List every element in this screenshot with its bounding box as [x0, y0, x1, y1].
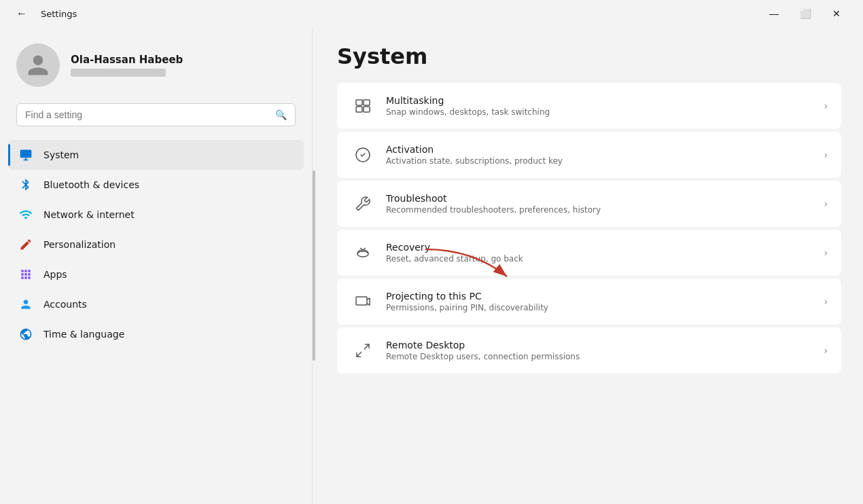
- sidebar-item-system-label: System: [43, 149, 79, 160]
- sidebar-item-system[interactable]: System: [8, 140, 304, 170]
- sidebar-item-accounts-label: Accounts: [43, 299, 87, 310]
- multitasking-desc: Snap windows, desktops, task switching: [386, 107, 818, 117]
- svg-rect-0: [20, 150, 32, 158]
- remote-desc: Remote Desktop users, connection permiss…: [386, 352, 818, 361]
- sidebar-item-time-label: Time & language: [43, 329, 124, 340]
- remote-arrow: ›: [824, 345, 828, 356]
- remote-text: Remote Desktop Remote Desktop users, con…: [386, 340, 818, 361]
- recovery-desc: Reset, advanced startup, go back: [386, 254, 818, 264]
- activation-icon: [351, 143, 375, 167]
- svg-line-11: [364, 344, 369, 349]
- sidebar-item-personalization-label: Personalization: [43, 239, 116, 250]
- troubleshoot-text: Troubleshoot Recommended troubleshooters…: [386, 193, 818, 215]
- settings-card-activation[interactable]: Activation Activation state, subscriptio…: [337, 132, 841, 178]
- apps-icon: [18, 266, 34, 283]
- svg-rect-5: [356, 107, 362, 112]
- user-icon: [26, 53, 50, 77]
- sidebar-item-accounts[interactable]: Accounts: [8, 289, 304, 319]
- close-button[interactable]: ✕: [821, 3, 852, 24]
- settings-list: Multitasking Snap windows, desktops, tas…: [337, 83, 841, 374]
- settings-card-multitasking[interactable]: Multitasking Snap windows, desktops, tas…: [337, 83, 841, 129]
- troubleshoot-arrow: ›: [824, 198, 828, 209]
- remote-title: Remote Desktop: [386, 340, 818, 350]
- projecting-icon: [351, 289, 375, 314]
- title-bar: ← Settings — ⬜ ✕: [0, 0, 863, 27]
- window-controls: — ⬜ ✕: [758, 3, 852, 24]
- svg-rect-10: [356, 297, 367, 305]
- sidebar-item-bluetooth-label: Bluetooth & devices: [43, 179, 139, 190]
- svg-rect-3: [356, 100, 362, 105]
- remote-icon: [351, 338, 375, 363]
- sidebar-item-network[interactable]: Network & internet: [8, 200, 304, 230]
- recovery-title: Recovery: [386, 242, 818, 253]
- projecting-title: Projecting to this PC: [386, 291, 818, 302]
- personalization-icon: [18, 236, 34, 253]
- sidebar-item-apps[interactable]: Apps: [8, 259, 304, 289]
- user-info: Ola-Hassan Habeeb: [71, 54, 183, 77]
- avatar: [16, 43, 60, 87]
- back-button[interactable]: ←: [11, 3, 33, 24]
- sidebar-item-time[interactable]: Time & language: [8, 319, 304, 349]
- svg-line-12: [357, 352, 362, 357]
- activation-text: Activation Activation state, subscriptio…: [386, 144, 818, 166]
- sidebar-item-personalization[interactable]: Personalization: [8, 230, 304, 259]
- settings-card-remote[interactable]: Remote Desktop Remote Desktop users, con…: [337, 327, 841, 374]
- user-subtitle-bar: [71, 69, 166, 77]
- nav-list: System Bluetooth & devices Network & int…: [0, 137, 312, 352]
- settings-card-troubleshoot[interactable]: Troubleshoot Recommended troubleshooters…: [337, 181, 841, 227]
- network-icon: [18, 206, 34, 223]
- troubleshoot-title: Troubleshoot: [386, 193, 818, 204]
- recovery-text: Recovery Reset, advanced startup, go bac…: [386, 242, 818, 264]
- settings-card-projecting[interactable]: Projecting to this PC Permissions, pairi…: [337, 278, 841, 325]
- multitasking-text: Multitasking Snap windows, desktops, tas…: [386, 95, 818, 117]
- multitasking-title: Multitasking: [386, 95, 818, 106]
- activation-arrow: ›: [824, 149, 828, 160]
- projecting-text: Projecting to this PC Permissions, pairi…: [386, 291, 818, 312]
- troubleshoot-desc: Recommended troubleshooters, preferences…: [386, 205, 818, 215]
- maximize-button[interactable]: ⬜: [790, 3, 821, 24]
- app-title: Settings: [41, 9, 77, 19]
- sidebar-item-apps-label: Apps: [43, 269, 67, 280]
- app-container: Ola-Hassan Habeeb 🔍 System: [0, 27, 863, 504]
- minimize-button[interactable]: —: [758, 3, 790, 24]
- activation-title: Activation: [386, 144, 818, 155]
- page-title: System: [337, 43, 841, 69]
- svg-rect-6: [364, 107, 370, 112]
- search-input[interactable]: [25, 109, 270, 120]
- recovery-arrow: ›: [824, 247, 828, 258]
- user-profile[interactable]: Ola-Hassan Habeeb: [0, 27, 312, 101]
- search-container: 🔍: [0, 101, 312, 137]
- main-content: System Multitasking Snap windows, deskto…: [315, 27, 863, 504]
- sidebar: Ola-Hassan Habeeb 🔍 System: [0, 27, 313, 504]
- activation-desc: Activation state, subscriptions, product…: [386, 156, 818, 166]
- svg-point-8: [357, 251, 368, 257]
- projecting-arrow: ›: [824, 296, 828, 307]
- recovery-icon: [351, 240, 375, 265]
- title-bar-left: ← Settings: [11, 3, 77, 24]
- sidebar-item-network-label: Network & internet: [43, 209, 135, 220]
- multitasking-arrow: ›: [824, 101, 828, 111]
- accounts-icon: [18, 296, 34, 312]
- system-icon: [18, 147, 34, 163]
- user-name: Ola-Hassan Habeeb: [71, 54, 183, 66]
- troubleshoot-icon: [351, 192, 375, 216]
- sidebar-item-bluetooth[interactable]: Bluetooth & devices: [8, 170, 304, 200]
- time-icon: [18, 326, 34, 342]
- search-icon: 🔍: [275, 109, 287, 120]
- projecting-desc: Permissions, pairing PIN, discoverabilit…: [386, 303, 818, 312]
- settings-card-recovery[interactable]: Recovery Reset, advanced startup, go bac…: [337, 230, 841, 276]
- search-box[interactable]: 🔍: [16, 103, 296, 126]
- multitasking-icon: [351, 94, 375, 118]
- bluetooth-icon: [18, 177, 34, 193]
- svg-rect-4: [364, 100, 370, 105]
